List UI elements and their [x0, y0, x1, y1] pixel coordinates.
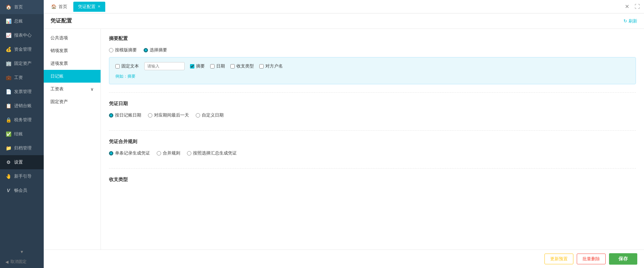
summary-select-radio[interactable] [144, 48, 148, 52]
custom-date-text: 自定义日期 [202, 112, 224, 118]
summary-checkbox-label[interactable]: 摘要 [190, 63, 205, 69]
fixed-text-checkbox[interactable] [115, 64, 120, 69]
sidebar-item-label: 结账 [14, 131, 23, 137]
custom-date-label[interactable]: 自定义日期 [196, 112, 224, 118]
summary-example: 例如：摘要 [115, 74, 630, 79]
tabbar: 🏠 首页 凭证配置 ✕ ✕ ⛶ [44, 0, 644, 13]
save-button[interactable]: 保存 [609, 253, 637, 265]
left-nav-purchase-invoice-label: 进项发票 [50, 60, 68, 66]
close-window-button[interactable]: ✕ [623, 3, 631, 10]
left-nav-payroll-sheet[interactable]: 工资表 ∨ [44, 83, 101, 95]
last-day-radio[interactable] [148, 113, 152, 118]
payroll-icon: 💼 [5, 75, 11, 80]
voucher-date-radio-group: 按日记账日期 对应期间最后一天 自定义日期 [109, 112, 636, 118]
select-merge-text: 按照选择汇总生成凭证 [193, 150, 237, 156]
last-day-label[interactable]: 对应期间最后一天 [148, 112, 189, 118]
summary-template-radio[interactable] [109, 48, 113, 52]
merge-rules-radio-group: 单条记录生成凭证 合并规则 按照选择汇总生成凭证 [109, 150, 636, 156]
income-type-title: 收支类型 [109, 177, 636, 183]
merge-rule-label[interactable]: 合并规则 [157, 150, 180, 156]
income-type-checkbox-label[interactable]: 收支类型 [230, 63, 254, 69]
summary-template-radio-label[interactable]: 按模版摘要 [109, 47, 137, 53]
tab-home-label: 首页 [59, 4, 67, 10]
left-nav-public-label: 公共选项 [50, 35, 68, 41]
sidebar-footer-label: 取消固定 [10, 259, 27, 265]
home-icon: 🏠 [5, 4, 11, 10]
left-nav-purchase-invoice[interactable]: 进项发票 [44, 57, 101, 70]
summary-checkbox[interactable] [190, 64, 194, 69]
sidebar-item-home[interactable]: 🏠 首页 [0, 0, 44, 14]
merge-rule-text: 合并规则 [163, 150, 180, 156]
single-record-radio[interactable] [109, 151, 113, 155]
left-nav-fixed-assets-label: 固定资产 [50, 99, 68, 105]
by-journal-date-label[interactable]: 按日记账日期 [109, 112, 141, 118]
by-journal-date-radio[interactable] [109, 113, 113, 118]
page-title: 凭证配置 [50, 17, 72, 25]
voucher-date-section: 凭证日期 按日记账日期 对应期间最后一天 自定义日期 [109, 101, 636, 131]
sidebar-item-invoice-mgmt[interactable]: 📄 发票管理 [0, 85, 44, 99]
right-content: 摘要配置 按模版摘要 选择摘要 固定文本 [101, 29, 644, 250]
refresh-button[interactable]: ↻ 刷新 [623, 18, 637, 24]
sidebar-item-assets[interactable]: 🏢 固定资产 [0, 56, 44, 71]
content-area: 公共选项 销项发票 进项发票 日记账 工资表 ∨ 固定资产 摘要配置 [44, 29, 644, 250]
sidebar-scroll-area: 🏠 首页 📊 总账 📈 报表中心 💰 资金管理 🏢 固定资产 💼 工资 📄 发票… [0, 0, 44, 248]
sidebar-scroll-down[interactable]: ▼ [0, 248, 44, 256]
date-checkbox-label[interactable]: 日期 [210, 63, 225, 69]
left-nav-journal-label: 日记账 [50, 73, 64, 79]
left-nav-sales-invoice[interactable]: 销项发票 [44, 44, 101, 57]
sidebar-item-label: 设置 [14, 159, 23, 165]
sidebar-item-ledger[interactable]: 📊 总账 [0, 14, 44, 28]
sidebar-item-member[interactable]: V 畅会员 [0, 183, 44, 197]
settlement-icon: ✅ [5, 131, 11, 137]
sidebar-item-label: 新手引导 [14, 173, 32, 179]
select-merge-radio[interactable] [187, 151, 191, 155]
merge-rules-section: 凭证合并规则 单条记录生成凭证 合并规则 按照选择汇总生成凭证 [109, 139, 636, 169]
sidebar-item-label: 资金管理 [14, 46, 32, 52]
update-preview-button[interactable]: 更新预置 [544, 254, 573, 264]
sidebar-item-settings[interactable]: ⚙ 设置 [0, 155, 44, 169]
merge-rule-radio[interactable] [157, 151, 161, 155]
custom-date-radio[interactable] [196, 113, 200, 118]
sales-ledger-icon: 📋 [5, 103, 11, 108]
fixed-text-input[interactable] [144, 62, 185, 70]
left-nav-journal[interactable]: 日记账 [44, 70, 101, 83]
sidebar-item-tax[interactable]: 🔒 税务管理 [0, 113, 44, 127]
reports-icon: 📈 [5, 33, 11, 38]
left-nav-public[interactable]: 公共选项 [44, 32, 101, 44]
tab-voucher-config-label: 凭证配置 [78, 4, 96, 10]
sidebar-item-sales-ledger[interactable]: 📋 进销台账 [0, 99, 44, 113]
refresh-icon: ↻ [623, 18, 627, 24]
left-nav-payroll-sheet-label: 工资表 [50, 86, 64, 92]
date-checkbox[interactable] [210, 64, 215, 69]
single-record-label[interactable]: 单条记录生成凭证 [109, 150, 150, 156]
sidebar-item-settlement[interactable]: ✅ 结账 [0, 127, 44, 141]
left-nav-fixed-assets[interactable]: 固定资产 [44, 95, 101, 108]
sidebar-item-archive[interactable]: 📁 归档管理 [0, 141, 44, 155]
tab-home[interactable]: 🏠 首页 [46, 2, 72, 12]
sidebar-item-label: 税务管理 [14, 117, 32, 123]
summary-select-radio-label[interactable]: 选择摘要 [144, 47, 167, 53]
sidebar-unpin[interactable]: ◀ 取消固定 [0, 256, 44, 268]
fixed-text-checkbox-label[interactable]: 固定文本 [115, 63, 139, 69]
sidebar-item-guide[interactable]: 🤚 新手引导 [0, 169, 44, 183]
batch-delete-button[interactable]: 批量删除 [577, 254, 606, 264]
tab-voucher-config[interactable]: 凭证配置 ✕ [73, 2, 105, 12]
sidebar-item-label: 报表中心 [14, 32, 32, 38]
tab-close-icon[interactable]: ✕ [98, 4, 101, 9]
chevron-down-icon: ∨ [90, 87, 94, 92]
fullscreen-button[interactable]: ⛶ [633, 3, 641, 10]
summary-config-box: 固定文本 摘要 日期 收支类型 [109, 57, 636, 84]
fixed-text-label: 固定文本 [121, 63, 139, 69]
sidebar-item-payroll[interactable]: 💼 工资 [0, 71, 44, 85]
ledger-icon: 📊 [5, 18, 11, 24]
counterparty-checkbox[interactable] [259, 64, 264, 69]
select-merge-label[interactable]: 按照选择汇总生成凭证 [187, 150, 237, 156]
sidebar-item-funds[interactable]: 💰 资金管理 [0, 42, 44, 56]
sidebar-item-label: 进销台账 [14, 103, 32, 109]
member-icon: V [5, 188, 11, 193]
sidebar-item-reports[interactable]: 📈 报表中心 [0, 28, 44, 42]
summary-template-label: 按模版摘要 [115, 47, 137, 53]
income-type-checkbox[interactable] [230, 64, 235, 69]
sidebar-item-label: 发票管理 [14, 89, 32, 95]
counterparty-checkbox-label[interactable]: 对方户名 [259, 63, 283, 69]
